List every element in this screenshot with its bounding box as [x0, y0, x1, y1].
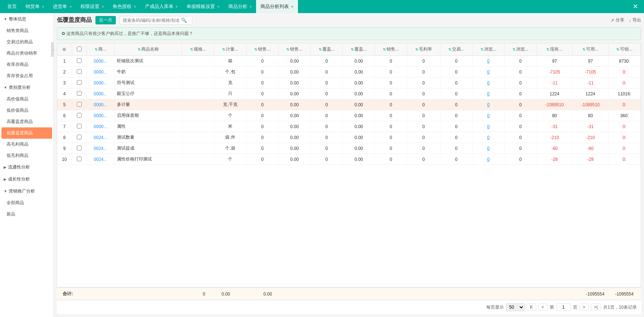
sidebar-section-marketing[interactable]: ▼ 营销推广分析 — [0, 185, 54, 197]
sidebar-item-all-goods[interactable]: 全部商品 — [0, 197, 54, 209]
nav-role-auth[interactable]: 角色授权 × — [108, 0, 140, 13]
sidebar-item-low-margin[interactable]: 低毛利商品 — [0, 150, 54, 161]
select-all-checkbox[interactable] — [77, 47, 82, 51]
row-select-checkbox[interactable] — [77, 102, 82, 107]
sidebar-section-category-analysis[interactable]: ▼ 类别度分析 — [0, 82, 54, 94]
row-margin: 0 — [407, 78, 440, 88]
sidebar-collapse-button[interactable]: « — [51, 42, 54, 57]
row-views1[interactable]: 0 — [472, 143, 504, 154]
col-views1[interactable]: ⇅浏览... — [472, 43, 504, 56]
page-number-input[interactable] — [556, 304, 571, 311]
window-close-button[interactable]: ✕ — [630, 3, 641, 11]
last-page-button[interactable]: >| — [591, 304, 601, 311]
col-cov1[interactable]: ⇅覆盖... — [311, 43, 343, 56]
col-checkbox[interactable] — [72, 43, 86, 56]
sidebar-section-growth[interactable]: ▶ 成长性分析 — [0, 173, 54, 185]
row-select-checkbox[interactable] — [77, 91, 82, 96]
col-code[interactable]: ⇅商... — [86, 43, 114, 56]
nav-close-icon[interactable]: × — [176, 4, 178, 9]
sidebar-item-traded-goods[interactable]: 交易过的商品 — [0, 36, 54, 48]
sidebar-item-low-value[interactable]: 低价值商品 — [0, 105, 54, 116]
col-sales-qty[interactable]: ⇅销售... — [246, 43, 278, 56]
row-checkbox[interactable] — [72, 143, 86, 154]
col-current-stock[interactable]: ⇅现有... — [537, 43, 573, 56]
row-views1[interactable]: 0 — [472, 132, 504, 143]
row-checkbox[interactable] — [72, 121, 86, 132]
row-checkbox[interactable] — [72, 154, 86, 165]
col-cov2[interactable]: ⇅覆盖... — [343, 43, 375, 56]
row-select-checkbox[interactable] — [77, 156, 82, 161]
col-settings[interactable]: ⚙ — [57, 43, 72, 56]
nav-template-settings[interactable]: 单据模板设置 × — [182, 0, 224, 13]
sidebar-item-new-goods[interactable]: 新品 — [0, 209, 54, 220]
row-views1[interactable]: 0 — [472, 56, 504, 67]
period-button[interactable]: 近一月 — [95, 16, 116, 24]
nav-product-analysis[interactable]: 商品分析 × — [224, 0, 256, 13]
row-views1[interactable]: 0 — [472, 88, 504, 99]
sidebar-item-high-value[interactable]: 高价值商品 — [0, 94, 54, 105]
col-views2[interactable]: ⇅浏览... — [504, 43, 537, 56]
nav-product-analysis-list[interactable]: 商品分析列表 × — [256, 0, 298, 13]
row-checkbox[interactable] — [72, 78, 86, 88]
sidebar-item-high-margin[interactable]: 高毛利商品 — [0, 139, 54, 150]
row-select-checkbox[interactable] — [77, 58, 82, 63]
sidebar-item-low-coverage[interactable]: 低覆盖度商品 — [1, 127, 52, 139]
row-views1[interactable]: 0 — [472, 67, 504, 78]
nav-purchase-order[interactable]: 进货单 × — [48, 0, 76, 13]
nav-home[interactable]: 首页 — [3, 0, 21, 13]
page-size-select[interactable]: 50 20 100 — [506, 303, 525, 311]
search-input[interactable] — [123, 18, 181, 23]
row-checkbox[interactable] — [72, 67, 86, 78]
nav-close-icon[interactable]: × — [134, 4, 136, 9]
row-checkbox[interactable] — [72, 88, 86, 99]
sidebar-section-liquidity[interactable]: ▶ 流通性分析 — [0, 161, 54, 173]
settings-icon[interactable]: ⚙ — [62, 47, 66, 52]
row-select-checkbox[interactable] — [77, 135, 82, 139]
row-views1[interactable]: 0 — [472, 110, 504, 121]
row-select-checkbox[interactable] — [77, 113, 82, 118]
nav-sales-order[interactable]: 销货单 × — [21, 0, 48, 13]
nav-close-icon[interactable]: × — [42, 4, 44, 9]
row-checkbox[interactable] — [72, 132, 86, 143]
sidebar-item-sales-goods[interactable]: 销售类商品 — [0, 25, 54, 36]
next-page-button[interactable]: > — [580, 304, 589, 311]
data-table-container[interactable]: ⚙ ⇅商... ⇅商品名称 ⇅规格... ⇅计量... ⇅销售... ⇅销售..… — [57, 43, 641, 288]
row-views1[interactable]: 0 — [472, 78, 504, 88]
row-num: 7 — [57, 121, 72, 132]
sidebar-section-overall[interactable]: ▼ 整体信息 — [0, 13, 54, 25]
nav-close-icon[interactable]: × — [217, 4, 219, 9]
col-unit[interactable]: ⇅计量... — [214, 43, 246, 56]
share-button[interactable]: ↗ 分享 — [610, 17, 624, 23]
row-select-checkbox[interactable] — [77, 146, 82, 150]
row-select-checkbox[interactable] — [77, 124, 82, 128]
nav-close-icon[interactable]: × — [69, 4, 71, 9]
prev-page-button[interactable]: < — [538, 304, 547, 311]
nav-close-icon[interactable]: × — [102, 4, 104, 9]
col-sales3[interactable]: ⇅销售... — [375, 43, 407, 56]
col-available-stock[interactable]: ⇅可用... — [573, 43, 609, 56]
sidebar-item-stocked-goods[interactable]: 有库存商品 — [0, 59, 54, 70]
col-sellable[interactable]: ⇅可销... — [608, 43, 640, 56]
row-select-checkbox[interactable] — [77, 80, 82, 85]
row-checkbox[interactable] — [72, 56, 86, 67]
nav-close-icon[interactable]: × — [291, 4, 293, 9]
sidebar-item-inventory-funds[interactable]: 库存资金占用 — [0, 70, 54, 82]
col-spec[interactable]: ⇅规格... — [182, 43, 214, 56]
nav-finished-goods[interactable]: 产成品入库单 × — [141, 0, 182, 13]
first-page-button[interactable]: K — [527, 304, 536, 311]
nav-close-icon[interactable]: × — [250, 4, 252, 9]
row-views1[interactable]: 0 — [472, 121, 504, 132]
row-views1[interactable]: 0 — [472, 99, 504, 110]
col-sales-amt[interactable]: ⇅销售... — [278, 43, 310, 56]
row-checkbox[interactable] — [72, 99, 86, 110]
col-name[interactable]: ⇅商品名称 — [114, 43, 182, 56]
nav-permission-settings[interactable]: 权限设置 × — [76, 0, 108, 13]
col-margin[interactable]: ⇅毛利率 — [407, 43, 440, 56]
export-button[interactable]: ↓ 导出 — [629, 17, 641, 23]
row-select-checkbox[interactable] — [77, 69, 82, 74]
col-trans[interactable]: ⇅交易... — [440, 43, 472, 56]
sidebar-item-high-coverage[interactable]: 高覆盖度商品 — [0, 116, 54, 127]
sidebar-item-category-sales-rate[interactable]: 商品分类动销率 — [0, 48, 54, 59]
row-views1[interactable]: 0 — [472, 154, 504, 165]
row-checkbox[interactable] — [72, 110, 86, 121]
